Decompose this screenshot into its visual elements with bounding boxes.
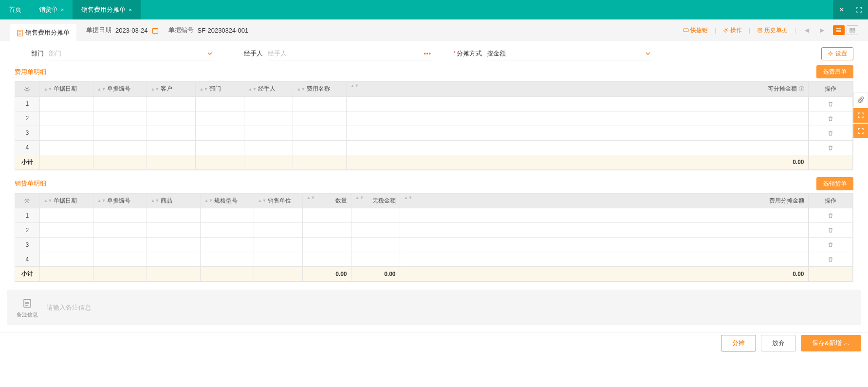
allocate-button[interactable]: 分摊 (721, 335, 756, 351)
document-type-label: 销售费用分摊单 (25, 28, 70, 37)
form-area: 部门 经手人 ••• *分摊方式 (0, 41, 868, 62)
trash-icon[interactable] (828, 227, 833, 234)
keyboard-icon (683, 27, 689, 33)
chevron-down-icon[interactable] (646, 50, 650, 57)
footer-bar: 分摊 放弃 保存&新增 ︿ (0, 332, 868, 353)
expense-section: 费用单明细 选费用单 ▲▼单据日期 ▲▼单据编号 ▲▼客户 ▲▼部门 ▲▼经手人… (0, 62, 868, 174)
trash-icon[interactable] (828, 100, 833, 107)
save-new-button[interactable]: 保存&新增 ︿ (801, 335, 861, 351)
svg-rect-2 (683, 29, 688, 32)
table-row[interactable]: 2 (15, 223, 808, 238)
tab-sales-expense-alloc[interactable]: 销售费用分摊单× (73, 0, 140, 19)
close-icon[interactable]: × (61, 7, 64, 13)
svg-rect-12 (24, 299, 31, 307)
trash-icon[interactable] (828, 144, 833, 151)
svg-point-9 (830, 53, 831, 55)
trash-icon[interactable] (828, 241, 833, 248)
fullscreen-button[interactable] (850, 0, 868, 19)
date-label: 单据日期 (86, 26, 111, 35)
table-row[interactable]: 3 (15, 126, 808, 140)
subtotal-row: 小计0.00 (15, 155, 808, 169)
expand-button[interactable] (853, 108, 868, 123)
sales-title: 销货单明细 (15, 179, 46, 188)
header-actions: 快捷键 | 操作 | 历史单据 | ◀ ▶ (683, 25, 858, 35)
svg-rect-5 (850, 28, 852, 30)
tab-home[interactable]: 首页 (0, 0, 30, 19)
paperclip-icon (857, 96, 864, 103)
notes-icon (22, 296, 33, 309)
remarks-area: 备注信息 (7, 290, 861, 325)
chevron-up-icon: ︿ (844, 339, 850, 348)
number-value: SF-20230324-001 (198, 27, 249, 34)
attachment-button[interactable] (853, 92, 868, 107)
discard-button[interactable]: 放弃 (761, 335, 796, 351)
dept-input[interactable] (49, 50, 214, 57)
svg-rect-7 (850, 31, 852, 32)
select-expense-button[interactable]: 选费用单 (816, 65, 853, 78)
calendar-icon[interactable] (152, 26, 159, 34)
expand-icon (857, 112, 864, 119)
number-label: 单据编号 (168, 26, 194, 35)
side-dock (853, 92, 868, 139)
history-button[interactable]: 历史单据 (757, 26, 788, 35)
trash-icon[interactable] (828, 212, 833, 219)
view-mode-grid[interactable] (847, 25, 858, 35)
tab-sales-order[interactable]: 销货单× (30, 0, 73, 19)
document-type-tab: 销售费用分摊单 (10, 24, 76, 41)
select-sales-button[interactable]: 选销货单 (816, 177, 853, 190)
svg-point-10 (26, 88, 28, 90)
expand-icon (857, 128, 864, 134)
method-select[interactable] (487, 50, 652, 57)
subtotal-row: 小计0.000.000.00 (15, 267, 808, 281)
gear-icon[interactable] (24, 86, 30, 92)
settings-button[interactable]: 设置 (821, 47, 853, 60)
close-window-button[interactable]: ✕ (833, 0, 850, 19)
expense-table: ▲▼单据日期 ▲▼单据编号 ▲▼客户 ▲▼部门 ▲▼经手人 ▲▼费用名称 ▲▼可… (15, 82, 809, 170)
expense-title: 费用单明细 (15, 68, 46, 76)
expand-icon (856, 7, 862, 13)
sales-table: ▲▼单据日期 ▲▼单据编号 ▲▼商品 ▲▼规格型号 ▲▼销售单位 ▲▼数量 ▲▼… (15, 194, 809, 282)
handler-field: 经手人 ••• (234, 47, 433, 60)
operate-button[interactable]: 操作 (723, 26, 742, 35)
expand-button-2[interactable] (853, 124, 868, 138)
view-mode-toggle (833, 25, 858, 35)
trash-icon[interactable] (828, 129, 833, 136)
sales-section: 销货单明细 选销货单 ▲▼单据日期 ▲▼单据编号 ▲▼商品 ▲▼规格型号 ▲▼销… (0, 174, 868, 286)
table-row[interactable]: 3 (15, 238, 808, 252)
document-icon (17, 29, 23, 37)
shortcut-button[interactable]: 快捷键 (683, 26, 708, 35)
gear-icon[interactable] (24, 197, 30, 204)
svg-rect-4 (758, 28, 762, 32)
trash-icon[interactable] (828, 256, 833, 263)
gear-icon (723, 27, 729, 33)
document-header: 销售费用分摊单 单据日期 2023-03-24 单据编号 SF-20230324… (0, 19, 868, 41)
help-icon[interactable]: ⓘ (799, 86, 804, 92)
view-mode-list[interactable] (833, 25, 845, 35)
table-row[interactable]: 1 (15, 208, 808, 223)
gear-icon (828, 51, 833, 56)
history-icon (757, 27, 763, 33)
svg-rect-6 (853, 28, 855, 30)
close-icon[interactable]: × (129, 7, 131, 13)
chevron-down-icon[interactable] (207, 50, 212, 57)
remarks-input[interactable] (47, 304, 851, 311)
trash-icon[interactable] (828, 115, 833, 122)
prev-arrow[interactable]: ◀ (803, 27, 811, 34)
svg-rect-1 (152, 28, 158, 33)
window-controls: ✕ (833, 0, 868, 19)
table-row[interactable]: 4 (15, 252, 808, 267)
dept-field: 部门 (15, 47, 214, 60)
method-field: *分摊方式 (453, 47, 652, 60)
tab-bar: 首页 销货单× 销售费用分摊单× ✕ (0, 0, 868, 19)
date-value[interactable]: 2023-03-24 (115, 27, 148, 34)
svg-point-11 (26, 200, 28, 202)
more-icon[interactable]: ••• (424, 50, 431, 57)
table-row[interactable]: 4 (15, 140, 808, 155)
svg-point-3 (725, 29, 727, 31)
next-arrow[interactable]: ▶ (818, 27, 826, 34)
table-row[interactable]: 1 (15, 96, 808, 111)
svg-rect-8 (853, 31, 855, 32)
handler-input[interactable] (268, 50, 433, 57)
table-row[interactable]: 2 (15, 111, 808, 126)
